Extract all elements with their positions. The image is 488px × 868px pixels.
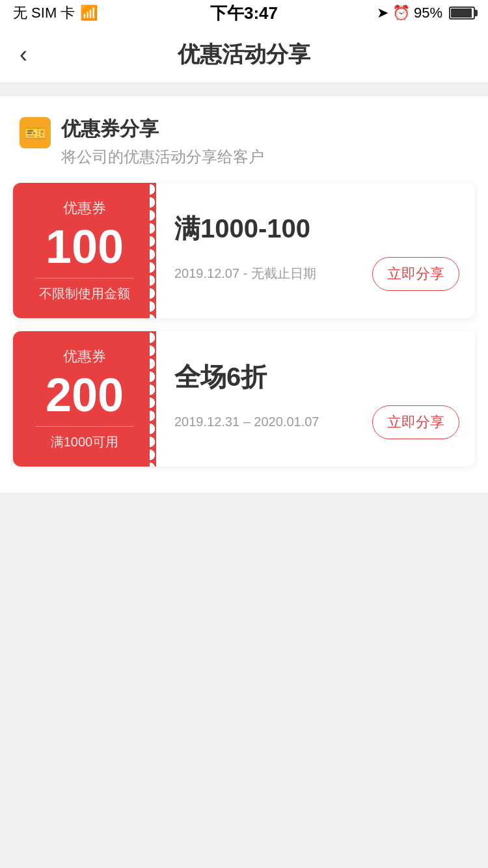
coupon-amount-1: 100 [46, 223, 124, 270]
wifi-icon: 📶 [80, 5, 98, 21]
coupon-card-1: 优惠券 100 不限制使用金额 满1000-100 2019.12.07 - 无… [13, 183, 475, 318]
coupon-left-2: 优惠券 200 满1000可用 [13, 331, 156, 467]
coupon-date-2: 2019.12.31 – 2020.01.07 [174, 414, 372, 429]
battery-percent: 95% [414, 5, 442, 21]
back-button[interactable]: ‹ [20, 41, 27, 68]
coupon-right-2: 全场6折 2019.12.31 – 2020.01.07 立即分享 [156, 331, 475, 467]
coupon-divider-1 [36, 278, 133, 278]
section-subtitle: 将公司的优惠活动分享给客户 [61, 146, 264, 167]
coupon-icon-emoji: 🎫 [25, 123, 46, 143]
page-title: 优惠活动分享 [178, 40, 310, 70]
section-header: 🎫 优惠券分享 将公司的优惠活动分享给客户 [0, 96, 488, 183]
coupon-left-1: 优惠券 100 不限制使用金额 [13, 183, 156, 318]
top-divider [0, 83, 488, 96]
coupon-list: 优惠券 100 不限制使用金额 满1000-100 2019.12.07 - 无… [0, 183, 488, 493]
page-background [0, 493, 488, 868]
section-text-group: 优惠券分享 将公司的优惠活动分享给客户 [61, 116, 264, 167]
coupon-amount-2: 200 [46, 372, 124, 418]
section-icon: 🎫 [20, 117, 51, 148]
location-icon: ➤ [377, 5, 388, 21]
battery-icon [449, 7, 475, 20]
carrier-text: 无 SIM 卡 [13, 3, 75, 23]
coupon-condition-1: 不限制使用金额 [39, 285, 130, 303]
coupon-date-1: 2019.12.07 - 无截止日期 [174, 265, 372, 282]
coupon-label-1: 优惠券 [63, 198, 106, 218]
share-button-2[interactable]: 立即分享 [372, 405, 459, 439]
battery-fill [451, 8, 472, 18]
coupon-name-1: 满1000-100 [174, 211, 459, 247]
coupon-meta-1: 2019.12.07 - 无截止日期 立即分享 [174, 257, 459, 291]
coupon-right-1: 满1000-100 2019.12.07 - 无截止日期 立即分享 [156, 183, 475, 318]
status-bar: 无 SIM 卡 📶 下午3:47 ➤ ⏰ 95% [0, 0, 488, 26]
coupon-name-2: 全场6折 [174, 359, 459, 395]
coupon-divider-2 [36, 426, 133, 427]
section-title: 优惠券分享 [61, 116, 264, 142]
coupon-meta-2: 2019.12.31 – 2020.01.07 立即分享 [174, 405, 459, 439]
status-carrier: 无 SIM 卡 📶 [13, 3, 98, 23]
coupon-condition-2: 满1000可用 [51, 433, 119, 451]
status-time: 下午3:47 [210, 2, 278, 25]
coupon-card-2: 优惠券 200 满1000可用 全场6折 2019.12.31 – 2020.0… [13, 331, 475, 467]
nav-bar: ‹ 优惠活动分享 [0, 26, 488, 83]
coupon-label-2: 优惠券 [63, 347, 106, 366]
status-battery-area: ➤ ⏰ 95% [377, 5, 475, 21]
share-button-1[interactable]: 立即分享 [372, 257, 459, 291]
alarm-icon: ⏰ [392, 5, 410, 21]
